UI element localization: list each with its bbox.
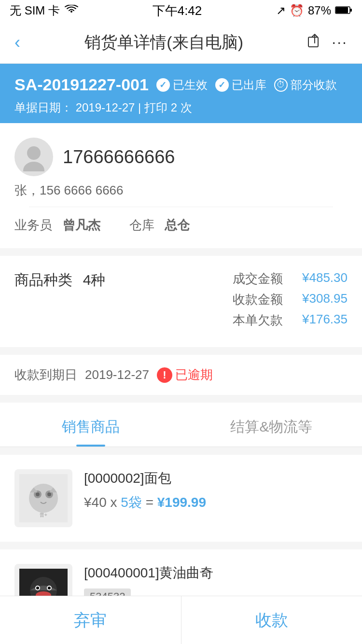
share-icon[interactable]: [307, 33, 322, 51]
overdue-icon: !: [157, 367, 172, 383]
due-date-value: 2019-12-27: [85, 367, 149, 382]
header-date: 单据日期： 2019-12-27 | 打印 2 次: [14, 100, 348, 115]
product-name-2: [000400001]黄油曲奇: [84, 564, 348, 582]
customer-phone: 17666666666: [63, 147, 175, 168]
order-number: SA-20191227-001: [14, 75, 149, 94]
more-icon[interactable]: ···: [332, 33, 348, 51]
battery-text: 87%: [308, 4, 331, 17]
nav-bar: ‹ 销货单详情(来自电脑) ···: [0, 21, 362, 64]
overdue-text: 已逾期: [175, 366, 213, 383]
product-thumbnail-1: 普+: [14, 469, 72, 527]
header-banner: SA-20191227-001 ✓ 已生效 ✓ 已出库 ⏱ 部分收款 单据日期：…: [0, 64, 362, 123]
salesperson-info: 业务员 曾凡杰: [14, 217, 100, 234]
status-bar-time: 下午4:42: [153, 2, 202, 19]
svg-point-11: [47, 492, 51, 496]
due-date-label: 收款到期日: [14, 366, 77, 383]
carrier-text: 无 SIM 卡: [10, 3, 60, 18]
product-price-1: ¥40 x 5袋 = ¥199.99: [84, 493, 348, 512]
list-item: 普+ [0000002]面包 ¥40 x 5袋 = ¥199.99: [0, 455, 362, 542]
overdue-badge: ! 已逾期: [157, 366, 213, 383]
product-name-1: [0000002]面包: [84, 469, 348, 488]
svg-rect-3: [308, 37, 318, 47]
svg-text:普+: 普+: [40, 512, 47, 518]
nav-left: ‹: [14, 32, 20, 53]
status-bar-right: ↗ ⏰ 87%: [276, 4, 352, 17]
product-info-1: [0000002]面包 ¥40 x 5袋 = ¥199.99: [84, 469, 348, 512]
customer-meta: 业务员 曾凡杰 仓库 总仓: [14, 217, 348, 234]
back-button[interactable]: ‹: [14, 32, 20, 53]
received-row: 收款金额 ¥308.95: [233, 291, 348, 308]
amount-row: 成交金额 ¥485.30: [233, 270, 348, 287]
alarm-icon: ⏰: [290, 4, 304, 17]
category-info: 商品种类 4种: [14, 270, 105, 290]
tab-settlement[interactable]: 结算&物流等: [181, 403, 362, 447]
badge-active: ✓ 已生效: [156, 77, 208, 93]
cancel-review-button[interactable]: 弃审: [0, 596, 181, 644]
status-bar-left: 无 SIM 卡: [10, 3, 78, 18]
badge-shipped: ✓ 已出库: [215, 77, 266, 93]
page-title: 销货单详情(来自电脑): [84, 31, 243, 54]
customer-top: 17666666666: [14, 138, 348, 176]
badge-partial: ⏱ 部分收款: [274, 77, 337, 93]
svg-point-5: [23, 162, 44, 171]
avatar: [14, 138, 53, 176]
svg-point-10: [36, 492, 40, 496]
svg-point-18: [36, 587, 39, 589]
customer-name: 张，156 6666 6666: [14, 182, 348, 199]
stats-section: 商品种类 4种 成交金额 ¥485.30 收款金额 ¥308.95 本单欠款 ¥…: [0, 256, 362, 347]
check-icon-shipped: ✓: [215, 78, 229, 92]
svg-rect-1: [350, 9, 352, 12]
location-icon: ↗: [276, 4, 286, 17]
wifi-icon: [65, 4, 78, 17]
customer-section: 17666666666 张，156 6666 6666 业务员 曾凡杰 仓库 总…: [0, 123, 362, 248]
battery-icon: [335, 4, 352, 17]
warehouse-info: 仓库 总仓: [129, 217, 190, 234]
bottom-bar: 弃审 收款: [0, 596, 362, 644]
svg-point-19: [48, 587, 51, 589]
nav-right: ···: [307, 33, 348, 51]
tab-products[interactable]: 销售商品: [0, 403, 181, 447]
due-section: 收款到期日 2019-12-27 ! 已逾期: [0, 355, 362, 395]
status-bar: 无 SIM 卡 下午4:42 ↗ ⏰ 87%: [0, 0, 362, 21]
clock-icon: ⏱: [274, 78, 288, 92]
tabs-section: 销售商品 结算&物流等: [0, 403, 362, 447]
svg-point-7: [29, 484, 58, 513]
debt-row: 本单欠款 ¥176.35: [233, 312, 348, 329]
svg-rect-2: [336, 7, 348, 13]
amount-info: 成交金额 ¥485.30 收款金额 ¥308.95 本单欠款 ¥176.35: [233, 270, 348, 333]
collect-payment-button[interactable]: 收款: [181, 596, 362, 644]
check-icon-active: ✓: [156, 78, 170, 92]
svg-point-4: [27, 146, 41, 160]
